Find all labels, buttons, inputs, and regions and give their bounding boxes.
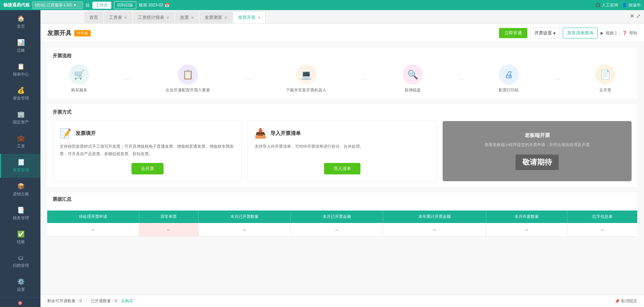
page-footer: 剩余可开通数量：0 | 已开通数量：0 去购买 📌 取消固定: [40, 295, 644, 307]
settings-icon: ⚙️: [17, 278, 25, 285]
close-tab-button[interactable]: ✕: [630, 13, 634, 19]
sidebar-item-guide[interactable]: 🎯 新手引导: [0, 298, 40, 307]
unfix-button[interactable]: 📌 取消固定: [615, 298, 637, 304]
sidebar-item-funds[interactable]: 💰 资金管理: [0, 82, 40, 106]
header-actions: 立即开通 开票设置 ▾ 异常清单查询 ▶ 视频 1 | ❓ 帮助: [499, 28, 637, 38]
app-logo: 畅捷通易代账: [3, 2, 30, 8]
boss-side-subtext: 查看老板端小程序提交的开票申请，并作出相应处理及开票: [485, 142, 590, 148]
summary-cell-red-info: --: [567, 223, 637, 236]
sidebar-item-archive[interactable]: 🗂 归档管理: [0, 250, 40, 273]
summary-col-abnormal: 异常单票: [139, 211, 198, 223]
company-selector[interactable]: (勿动) 江西服室-LSS ▾: [32, 1, 83, 9]
sidebar-label-tax: 税务管理: [13, 215, 29, 221]
summary-data-row: -- -- -- -- -- -- --: [47, 223, 637, 236]
play-icon[interactable]: ▶: [601, 31, 604, 35]
tab-invoice-calc[interactable]: 发票测算 ✕: [200, 11, 232, 23]
service-button[interactable]: 🎧 人工咨询: [595, 2, 618, 8]
sidebar-label-reports: 报表中心: [13, 72, 29, 77]
assets-icon: 🏢: [17, 111, 25, 118]
close-tab-invoice-calc-icon[interactable]: ✕: [224, 16, 227, 20]
sidebar-item-invoice[interactable]: 🧾 发票管理: [0, 154, 40, 178]
sidebar-item-checkout[interactable]: ✅ 结账: [0, 226, 40, 250]
flow-arrow-1: ⋯: [124, 75, 131, 83]
flow-arrow-5: ⋯: [554, 75, 560, 83]
flow-step-1: 🛒 购买服务: [69, 64, 89, 93]
flow-step-5-icon: 🖨: [499, 64, 519, 85]
sidebar-item-assets[interactable]: 🏢 固定资产: [0, 106, 40, 130]
sidebar-item-tax[interactable]: 📑 税务管理: [0, 202, 40, 226]
copy-icon[interactable]: ⊟: [86, 2, 90, 8]
divider: |: [619, 31, 620, 35]
tab-invoice-calc-label: 发票测算: [205, 15, 222, 21]
checkout-icon: ✅: [17, 230, 25, 238]
flow-arrow-4: ⋯: [457, 75, 464, 83]
tab-home-label: 首页: [89, 15, 98, 21]
guide-icon: 🎯: [18, 301, 23, 305]
flow-step-1-label: 购买服务: [71, 87, 87, 93]
fill-card-title: 发票填开: [76, 130, 96, 137]
config-icon: 📋: [182, 69, 193, 80]
import-list-card: 📥 导入开票清单 支持导入待开票清单，可对待开票清单进行拆分、合并处理。 导入清…: [247, 121, 437, 182]
close-tab-salary-icon[interactable]: ✕: [124, 16, 127, 20]
close-tab-invoice-issue-icon[interactable]: ✕: [258, 16, 261, 20]
close-tab-salary-report-icon[interactable]: ✕: [166, 16, 169, 20]
fill-card-desc: 支持按照发票样式手工填写开发票；可开具增值税电子普通发票、增值税普通发票、增值税…: [60, 143, 235, 158]
buy-link[interactable]: 去购买: [121, 299, 133, 303]
user-profile[interactable]: 👤 徐溢华: [622, 2, 641, 8]
import-card-desc: 支持导入待开票清单，可对待开票清单进行拆分、合并处理。: [255, 143, 430, 158]
purchases-icon: 📦: [17, 183, 25, 190]
main-layout: 🏠 首页 📊 总账 📋 报表中心 💰 资金管理 🏢 固定资产 💼 工资 🧾 发票…: [0, 10, 644, 307]
sidebar-item-ledger[interactable]: 📊 总账: [0, 34, 40, 58]
printer-icon: 🖨: [504, 69, 513, 80]
import-list-button[interactable]: 导入清单: [324, 163, 360, 174]
flow-step-1-icon: 🛒: [69, 64, 89, 85]
headphone-icon: 🎧: [595, 3, 601, 7]
boss-side-title: 老板端开票: [525, 132, 550, 139]
footer-info: 剩余可开通数量：0 | 已开通数量：0 去购买: [47, 298, 133, 304]
abnormal-query-button[interactable]: 异常清单查询: [563, 28, 598, 38]
go-issue-button[interactable]: 去开票: [131, 163, 164, 174]
tab-home[interactable]: 首页: [84, 11, 103, 23]
summary-cell-monthly-amount: --: [291, 223, 383, 236]
sidebar-item-purchases[interactable]: 📦 进销台账: [0, 178, 40, 202]
switch-version-button[interactable]: 切到旧版: [114, 1, 136, 9]
sidebar-item-salary[interactable]: 💼 工资: [0, 130, 40, 154]
sidebar-item-reports[interactable]: 📋 报表中心: [0, 58, 40, 82]
immediate-open-button[interactable]: 立即开通: [499, 28, 527, 38]
invoice-fill-card-header: 📝 发票填开: [60, 128, 235, 139]
ledger-icon: 📊: [17, 39, 25, 46]
unfix-icon: 📌: [615, 299, 620, 304]
close-tab-invoice-icon[interactable]: ✕: [191, 16, 194, 20]
sidebar-item-home[interactable]: 🏠 首页: [0, 10, 40, 34]
user-icon: 👤: [622, 3, 627, 7]
tab-salary-report[interactable]: 工资统计报表 ✕: [133, 11, 174, 23]
page-title-row: 发票开具 待开通: [47, 29, 91, 37]
tab-salary[interactable]: 工资表 ✕: [104, 11, 132, 23]
summary-cell-pending[interactable]: --: [47, 223, 139, 236]
help-icon[interactable]: ❓: [622, 31, 627, 35]
calendar-icon[interactable]: 📅: [165, 3, 170, 7]
open-settings-button[interactable]: 开票设置 ▾: [530, 28, 560, 38]
fill-card-icon: 📝: [60, 128, 71, 139]
opened-label: 已开通数量：0: [91, 299, 117, 303]
tab-invoice-issue[interactable]: 发票开具 ✕: [233, 11, 266, 23]
flow-step-6-label: 去开票: [599, 87, 611, 93]
tax-icon: 📑: [17, 206, 25, 214]
workbench-button[interactable]: 工作台: [92, 2, 111, 9]
sidebar-item-settings[interactable]: ⚙️ 设置: [0, 273, 40, 297]
download-icon: 💻: [301, 69, 312, 80]
flow-arrow-2: ⋯: [245, 75, 252, 83]
summary-cell-abnormal[interactable]: --: [139, 223, 198, 236]
archive-icon: 🗂: [18, 254, 24, 261]
page-content: 开票流程 🛒 购买服务 ⋯ 📋 企业开通配置开票六要素: [40, 42, 644, 295]
funds-icon: 💰: [17, 87, 25, 94]
service-label: 人工咨询: [602, 2, 618, 8]
tab-invoice[interactable]: 发票 ✕: [175, 11, 199, 23]
salary-icon: 💼: [17, 135, 25, 142]
method-cards: 📝 发票填开 支持按照发票样式手工填写开发票；可开具增值税电子普通发票、增值税普…: [53, 121, 632, 182]
flow-step-5: 🖨 配置打印机: [499, 64, 519, 93]
summary-col-void-count: 本月作废数量: [486, 211, 567, 223]
flow-step-2-icon: 📋: [178, 64, 198, 85]
settings-chevron-icon: ▾: [553, 31, 556, 36]
restore-tab-button[interactable]: ⤢: [636, 13, 641, 19]
